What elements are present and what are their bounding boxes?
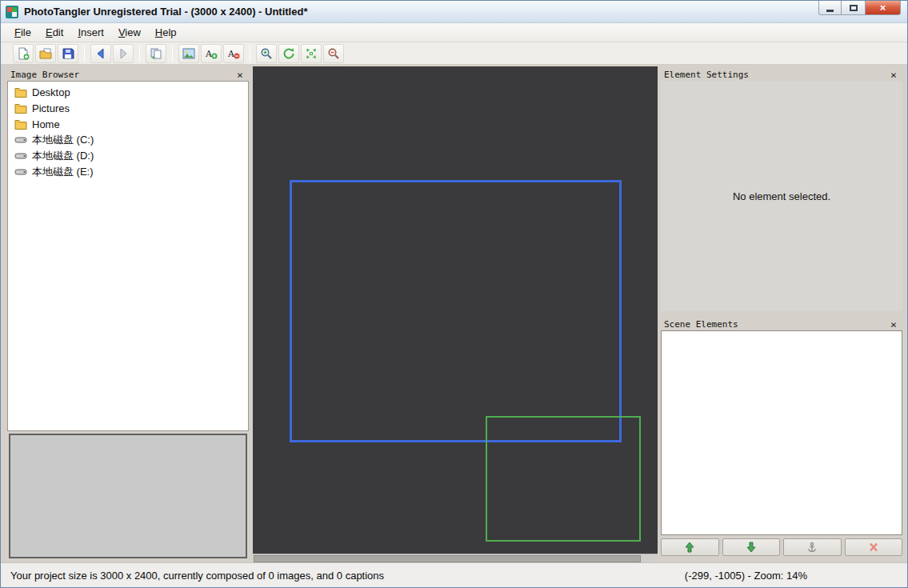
- tree-item-label: 本地磁盘 (C:): [32, 133, 94, 147]
- minimize-icon: [826, 10, 834, 12]
- folder-icon: [14, 118, 27, 130]
- tree-item-pictures[interactable]: Pictures: [8, 100, 248, 116]
- image-browser-close-button[interactable]: ×: [234, 69, 246, 80]
- refresh-button[interactable]: [278, 44, 299, 63]
- picture-icon: [182, 47, 195, 60]
- maximize-button[interactable]: [842, 1, 865, 15]
- tree-item-label: Desktop: [32, 86, 70, 98]
- status-message: Your project size is 3000 x 2400, curren…: [10, 570, 384, 582]
- duplicate-pages-icon: [150, 47, 162, 60]
- scene-elements-buttons: [661, 538, 902, 558]
- delete-element-button[interactable]: [845, 538, 903, 556]
- save-floppy-icon: [62, 47, 74, 60]
- svg-text:A: A: [227, 49, 235, 59]
- toolbar-separator: [172, 46, 173, 62]
- move-up-button[interactable]: [661, 538, 719, 556]
- app-window: PhotoTangler Unregistered Trial - (3000 …: [0, 0, 908, 588]
- element-settings-body: No element selected.: [661, 81, 902, 311]
- back-arrow-icon: [94, 47, 107, 60]
- title-bar[interactable]: PhotoTangler Unregistered Trial - (3000 …: [1, 1, 907, 23]
- tree-item-label: Pictures: [32, 102, 70, 114]
- menu-insert[interactable]: Insert: [70, 24, 111, 41]
- zoom-out-icon: [327, 47, 340, 60]
- new-project-button[interactable]: [13, 44, 34, 63]
- menu-view[interactable]: View: [111, 24, 148, 41]
- image-preview-box: [9, 434, 247, 558]
- folder-icon: [14, 86, 27, 98]
- move-down-button[interactable]: [722, 538, 781, 556]
- status-bar: Your project size is 3000 x 2400, curren…: [1, 562, 907, 587]
- svg-text:A: A: [205, 49, 213, 59]
- scene-elements-header: Scene Elements ×: [661, 318, 902, 330]
- refresh-icon: [282, 47, 295, 60]
- no-element-message: No element selected.: [733, 190, 830, 202]
- close-icon: ×: [880, 2, 886, 13]
- element-settings-close-button[interactable]: ×: [888, 69, 899, 80]
- zoom-fit-button[interactable]: [301, 44, 322, 63]
- anchor-button[interactable]: [783, 538, 842, 556]
- menu-file[interactable]: File: [7, 24, 38, 41]
- tree-item-desktop[interactable]: Desktop: [8, 84, 248, 100]
- remove-caption-icon: A: [227, 47, 240, 60]
- tree-item-label: 本地磁盘 (E:): [32, 165, 94, 179]
- tree-item-drive-c[interactable]: 本地磁盘 (C:): [8, 132, 248, 148]
- app-logo-icon: [6, 6, 18, 18]
- add-caption-icon: A: [205, 47, 218, 60]
- scene-elements-title: Scene Elements: [664, 319, 738, 330]
- zoom-in-button[interactable]: [256, 44, 277, 63]
- scene-elements-list[interactable]: [661, 330, 902, 535]
- menu-bar: File Edit Insert View Help: [1, 23, 907, 42]
- maximize-icon: [850, 5, 858, 11]
- toolbar-separator: [139, 46, 140, 62]
- image-browser-title: Image Browser: [10, 70, 79, 80]
- scene-elements-close-button[interactable]: ×: [888, 318, 899, 330]
- status-position-zoom: (-299, -1005) - Zoom: 14%: [685, 563, 807, 587]
- element-settings-header: Element Settings ×: [661, 68, 902, 81]
- tree-item-drive-e[interactable]: 本地磁盘 (E:): [8, 164, 248, 180]
- window-controls: ×: [818, 1, 901, 15]
- forward-button[interactable]: [113, 44, 134, 63]
- project-boundary: [290, 180, 622, 442]
- tree-item-home[interactable]: Home: [8, 116, 248, 132]
- new-page-icon: [17, 47, 30, 60]
- menu-help[interactable]: Help: [148, 24, 184, 41]
- drive-icon: [14, 151, 27, 161]
- main-area: Image Browser × Desktop Pictures Home 本地…: [1, 65, 907, 562]
- toolbar-separator: [250, 46, 250, 62]
- toolbar: A A: [1, 42, 907, 65]
- anchor-icon: [806, 542, 818, 553]
- add-caption-button[interactable]: A: [201, 44, 222, 63]
- duplicate-button[interactable]: [146, 44, 166, 63]
- insert-image-button[interactable]: [178, 44, 199, 63]
- canvas[interactable]: [253, 66, 658, 562]
- open-project-button[interactable]: [35, 44, 56, 63]
- open-folder-icon: [39, 47, 52, 60]
- arrow-up-icon: [683, 542, 696, 553]
- tree-item-drive-d[interactable]: 本地磁盘 (D:): [8, 148, 248, 164]
- drive-icon: [14, 135, 27, 145]
- zoom-out-button[interactable]: [323, 44, 344, 63]
- back-button[interactable]: [90, 44, 111, 63]
- horizontal-scrollbar[interactable]: [253, 554, 658, 562]
- tree-item-label: Home: [32, 118, 60, 130]
- delete-x-icon: [867, 542, 880, 553]
- image-browser-tree: Desktop Pictures Home 本地磁盘 (C:) 本地磁盘 (D:…: [7, 81, 249, 431]
- fit-view-icon: [305, 47, 318, 60]
- folder-icon: [14, 102, 27, 114]
- element-settings-title: Element Settings: [664, 70, 749, 80]
- close-window-button[interactable]: ×: [865, 1, 901, 15]
- forward-arrow-icon: [117, 47, 130, 60]
- minimize-button[interactable]: [818, 1, 842, 15]
- scrollbar-thumb[interactable]: [254, 555, 641, 562]
- tree-item-label: 本地磁盘 (D:): [32, 149, 94, 163]
- drive-icon: [14, 167, 27, 177]
- arrow-down-icon: [745, 542, 758, 553]
- zoom-in-icon: [260, 47, 273, 60]
- image-browser-header: Image Browser ×: [7, 68, 249, 81]
- toolbar-separator: [84, 46, 85, 62]
- menu-edit[interactable]: Edit: [38, 24, 70, 41]
- save-project-button[interactable]: [58, 44, 78, 63]
- element-frame[interactable]: [486, 416, 641, 542]
- window-title: PhotoTangler Unregistered Trial - (3000 …: [24, 6, 307, 18]
- remove-caption-button[interactable]: A: [223, 44, 244, 63]
